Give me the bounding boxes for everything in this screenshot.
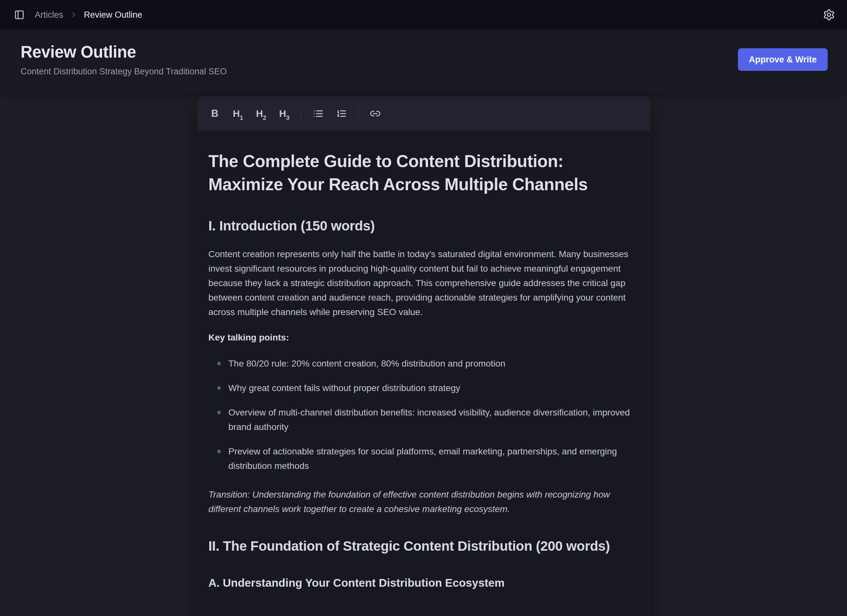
key-points-list: The 80/20 rule: 20% content creation, 80…	[208, 356, 636, 473]
list-item[interactable]: Overview of multi-channel distribution b…	[229, 405, 636, 434]
editor-card: B H1 H2 H3	[197, 96, 650, 616]
breadcrumb: Articles Review Outline	[35, 10, 142, 20]
main-area: B H1 H2 H3	[0, 90, 847, 616]
chevron-right-icon	[70, 11, 78, 19]
heading3-icon: H	[279, 108, 286, 119]
subsection-heading-ecosystem[interactable]: A. Understanding Your Content Distributi…	[208, 575, 637, 591]
key-talking-points-label[interactable]: Key talking points:	[208, 330, 636, 345]
transition-paragraph[interactable]: Transition: Understanding the foundation…	[208, 487, 636, 516]
page-header-text: Review Outline Content Distribution Stra…	[21, 43, 227, 77]
list-item[interactable]: Preview of actionable strategies for soc…	[229, 444, 636, 473]
page-header: Review Outline Content Distribution Stra…	[0, 30, 847, 90]
page-subtitle: Content Distribution Strategy Beyond Tra…	[21, 66, 227, 77]
page-title: Review Outline	[21, 43, 227, 62]
settings-button[interactable]	[822, 8, 836, 22]
bold-button[interactable]: B	[205, 104, 224, 123]
heading1-icon: H	[233, 108, 240, 119]
breadcrumb-articles-link[interactable]: Articles	[35, 10, 63, 20]
bullet-list-icon	[313, 108, 324, 119]
gear-icon	[823, 9, 835, 21]
app-root: Articles Review Outline Review Outline C…	[0, 0, 847, 616]
heading1-button[interactable]: H1	[229, 104, 248, 123]
approve-and-write-button[interactable]: Approve & Write	[738, 48, 828, 71]
topbar: Articles Review Outline	[0, 0, 847, 30]
section-heading-introduction[interactable]: I. Introduction (150 words)	[208, 216, 633, 236]
toolbar-divider	[358, 106, 359, 121]
breadcrumb-current: Review Outline	[84, 10, 143, 20]
list-item[interactable]: Why great content fails without proper d…	[229, 381, 636, 395]
heading2-button[interactable]: H2	[252, 104, 271, 123]
heading3-button[interactable]: H3	[275, 104, 294, 123]
link-button[interactable]	[366, 104, 385, 123]
link-icon	[370, 108, 381, 119]
list-item[interactable]: The 80/20 rule: 20% content creation, 80…	[229, 356, 636, 371]
panel-left-icon	[14, 10, 24, 20]
heading2-icon: H	[256, 108, 263, 119]
ordered-list-button[interactable]	[332, 104, 351, 123]
editor-toolbar: B H1 H2 H3	[198, 97, 650, 130]
sidebar-toggle-button[interactable]	[12, 8, 27, 22]
document-title[interactable]: The Complete Guide to Content Distributi…	[208, 150, 633, 196]
section-heading-foundation[interactable]: II. The Foundation of Strategic Content …	[208, 536, 633, 556]
intro-paragraph[interactable]: Content creation represents only half th…	[208, 247, 636, 319]
ordered-list-icon	[336, 108, 347, 119]
bullet-list-button[interactable]	[308, 104, 328, 123]
bold-icon: B	[211, 108, 218, 120]
document-editor[interactable]: The Complete Guide to Content Distributi…	[198, 130, 650, 616]
